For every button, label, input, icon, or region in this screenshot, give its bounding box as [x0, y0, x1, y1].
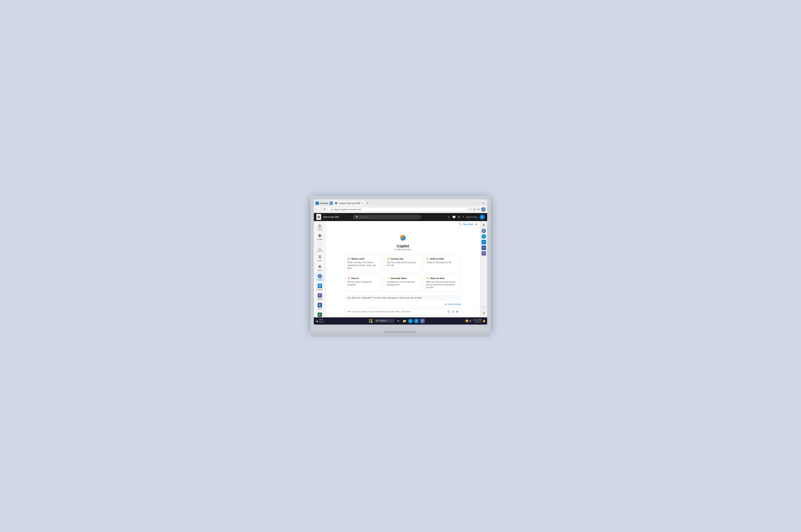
browser-menu-icon[interactable]: ••• [477, 208, 480, 211]
new-tab-button[interactable]: + [365, 202, 369, 205]
browser-favicon: C [330, 202, 333, 205]
back-button[interactable]: ‹ [316, 207, 318, 211]
sidebar-add-icon[interactable]: + [481, 305, 486, 310]
system-tray-icons: ^ 📶 🔊 [464, 320, 472, 322]
info-message: Ok, what can I help with? Try one of the… [345, 295, 461, 301]
card-get-key-info[interactable]: 🔑 Get key info Give me a bullet list of … [384, 255, 422, 272]
card-whats-new-title: 💬 What's new? [347, 258, 380, 260]
sidebar-item-my-content[interactable]: 📄 My Content [314, 242, 325, 253]
svg-rect-2 [371, 319, 373, 321]
maximize-button[interactable]: □ [476, 202, 480, 205]
sidebar-item-word[interactable]: W Word [314, 302, 325, 311]
card-whats-new[interactable]: 💬 What's new? What's the latest from per… [345, 255, 382, 272]
sidebar-item-excel[interactable]: X Excel [314, 311, 325, 317]
new-chat-button[interactable]: ✏️ New chat [459, 223, 473, 226]
collections-icon[interactable]: 📋 [473, 208, 476, 211]
notification-icon[interactable]: 🔔 [482, 320, 485, 322]
sidebar-item-create[interactable]: ➕ Create [314, 232, 325, 242]
card-get-key-info-title: 🔑 Get key info [387, 258, 419, 260]
card-how-to[interactable]: ❓ How to How do I write a request for pr… [345, 274, 382, 292]
app-title: Microsoft 365 [323, 215, 339, 218]
sidebar-label-feed: Feed [318, 260, 322, 262]
sidebar-expand-icon[interactable]: ⊞ [481, 223, 486, 227]
window-controls: ─ □ ✕ [471, 202, 485, 205]
temperature: 71°F [319, 319, 324, 321]
outlook-icon: O [318, 284, 322, 288]
header-search-input[interactable] [360, 216, 418, 218]
chat-input[interactable] [347, 310, 445, 313]
edge-copilot-icon[interactable]: ✦ [481, 207, 485, 212]
more-options-icon[interactable]: ••• [475, 223, 478, 226]
chat-icon[interactable]: 💬 [452, 215, 456, 218]
weather-info: 71°F Sunny [319, 319, 324, 323]
taskbar-search-icon: 🔍 [377, 320, 379, 322]
sidebar-item-outlook[interactable]: O Outlook [314, 282, 325, 292]
profile-icon: C [316, 202, 319, 205]
header-search-box[interactable]: 🔍 [353, 215, 421, 219]
lock-icon: 🔒 [330, 208, 333, 210]
card-generate-ideas[interactable]: ✨ Generate ideas List ideas for a fun re… [384, 274, 422, 292]
view-prompts-button[interactable]: 📖 View prompts [345, 303, 461, 305]
sidebar-label-teams: Teams [317, 298, 322, 300]
excel-icon: X [318, 312, 322, 317]
browser-action-icons: ☆ 📋 ••• [469, 208, 480, 211]
smiley-icon[interactable]: ☺ [447, 215, 450, 218]
get-key-info-icon: 🔑 [387, 258, 390, 260]
sidebar-outlook-icon[interactable]: O [481, 240, 486, 244]
close-button[interactable]: ✕ [480, 202, 485, 205]
windows-taskbar: 🌤 71°F Sunny 🔍 Search ⊞ [314, 317, 487, 325]
card-how-to-desc: How do I write a request for proposal? [347, 281, 380, 286]
browser-tab-active[interactable]: Copilot | Microsoft 365 ✕ [333, 201, 365, 206]
view-prompts-label: View prompts [448, 303, 461, 305]
card-help-me-write[interactable]: ✏️ Help me write Write an email to my te… [424, 274, 461, 292]
taskbar-outlook[interactable]: O [414, 319, 419, 323]
prompt-cards-grid: 💬 What's new? What's the latest from per… [345, 255, 461, 292]
sidebar-item-copilot[interactable]: ✦ Copilot [314, 273, 325, 282]
new-chat-label: New chat [463, 223, 473, 226]
profile-name: Contoso [320, 202, 328, 204]
tab-close-button[interactable]: ✕ [362, 202, 363, 204]
app-container: ⊞ Microsoft 365 🔍 ☺ 💬 ⚙ ? Jack Purton JP [314, 213, 487, 317]
browser-right-sidebar: ⊞ ✦ e O ✉ T + ⚙ [480, 221, 487, 317]
main-content: 🏠 Home ➕ Create 📄 My Content ☰ [314, 221, 487, 317]
sidebar-mail-icon[interactable]: ✉ [481, 246, 486, 250]
address-bar[interactable]: 🔒 https://copilot.microsoft.com [328, 207, 468, 211]
sidebar-item-teams[interactable]: T Teams [314, 292, 325, 301]
grid-icon[interactable]: ⊞ [452, 310, 454, 313]
taskbar-browser[interactable]: e [408, 319, 413, 323]
help-icon[interactable]: ? [462, 215, 464, 218]
taskbar-teams[interactable]: T [420, 319, 424, 323]
card-get-key-info-desc: Give me a bullet list of key points from… [387, 261, 419, 267]
laptop-base [310, 331, 491, 337]
minimize-button[interactable]: ─ [471, 202, 476, 205]
card-draft-faq[interactable]: ✏️ Draft an FAQ Create an FAQ based on f… [424, 255, 461, 272]
task-view-button[interactable]: ⊞ [396, 319, 400, 323]
taskbar-search[interactable]: 🔍 Search [375, 319, 395, 323]
settings-icon[interactable]: ⚙ [458, 215, 460, 218]
attachment-icon[interactable]: 📎 [447, 310, 450, 313]
sidebar-edge-icon[interactable]: e [481, 234, 486, 239]
send-button[interactable]: ➤ [456, 310, 458, 314]
copilot-topbar: ✏️ New chat ••• [326, 221, 480, 228]
refresh-button[interactable]: ↻ [323, 207, 327, 211]
browser-address-bar-row: ‹ › ↻ 🔒 https://copilot.microsoft.com ☆ … [314, 206, 487, 213]
sidebar-item-feed[interactable]: ☰ Feed [314, 253, 325, 263]
favorites-icon[interactable]: ☆ [469, 208, 472, 211]
copilot-nav-icon: ✦ [318, 274, 322, 279]
sidebar-item-apps[interactable]: ⊞ Apps [314, 263, 325, 272]
weather-condition: Sunny [319, 321, 324, 323]
taskbar-right: ^ 📶 🔊 11:11 AM 4/9/2024 🔔 [461, 319, 485, 323]
user-avatar[interactable]: JP [480, 214, 485, 220]
clock: 11:11 AM 4/9/2024 [473, 319, 481, 323]
start-button[interactable] [368, 319, 373, 323]
sidebar-item-home[interactable]: 🏠 Home [314, 223, 325, 232]
sidebar-teams-icon[interactable]: T [481, 251, 486, 255]
sidebar-copilot-icon[interactable]: ✦ [481, 229, 486, 233]
forward-button[interactable]: › [319, 207, 321, 211]
help-me-write-icon: ✏️ [426, 277, 429, 280]
taskbar-file-explorer[interactable]: 📁 [402, 319, 406, 323]
sidebar-settings-icon[interactable]: ⚙ [481, 311, 486, 316]
laptop: C Contoso C Copilot | Microsoft 365 ✕ + … [310, 195, 491, 337]
waffle-menu-button[interactable]: ⊞ [316, 214, 321, 220]
feed-icon: ☰ [318, 255, 322, 259]
